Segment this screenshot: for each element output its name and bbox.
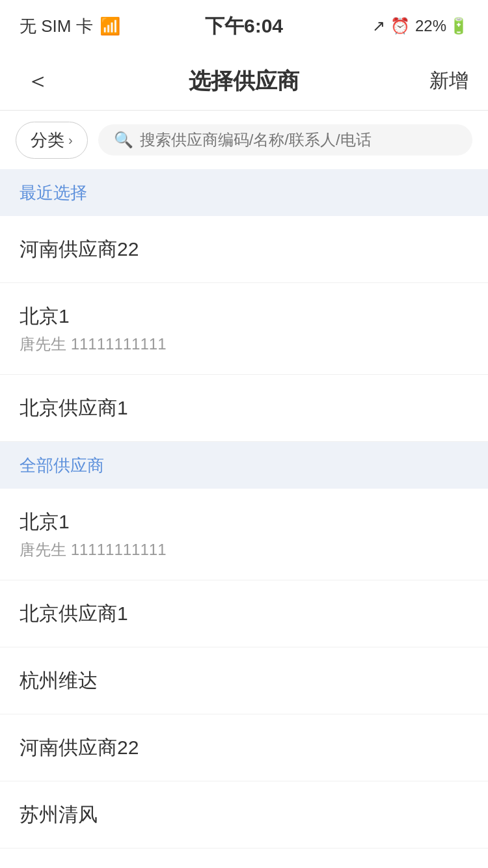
item-name: 北京供应商1 xyxy=(20,394,468,422)
filter-bar: 分类 › 🔍 xyxy=(0,111,488,169)
alarm-icon: ⏰ xyxy=(390,17,410,35)
search-box: 🔍 xyxy=(98,124,472,156)
list-item[interactable]: 河南供应商22 xyxy=(0,714,488,781)
status-right: ↗ ⏰ 22% 🔋 xyxy=(372,17,468,35)
search-icon: 🔍 xyxy=(114,131,133,149)
all-section-header: 全部供应商 xyxy=(0,442,488,489)
battery: 22% 🔋 xyxy=(415,17,468,35)
item-sub: 唐先生 11111111111 xyxy=(20,334,468,355)
location-icon: ↗ xyxy=(372,17,385,35)
status-time: 下午6:04 xyxy=(205,13,283,40)
nav-bar: ＜ 选择供应商 新增 xyxy=(0,52,488,111)
recent-section-header: 最近选择 xyxy=(0,169,488,216)
item-name: 苏州清风 xyxy=(20,801,468,828)
list-item[interactable]: 北京供应商1 xyxy=(0,375,488,442)
category-button[interactable]: 分类 › xyxy=(16,122,88,159)
wifi-icon: 📶 xyxy=(100,16,120,36)
all-section-label: 全部供应商 xyxy=(20,454,104,477)
item-name: 河南供应商22 xyxy=(20,734,468,761)
all-list: 北京1唐先生 11111111111北京供应商1杭州维达河南供应商22苏州清风 xyxy=(0,489,488,848)
page-title: 选择供应商 xyxy=(189,66,299,96)
item-sub: 唐先生 11111111111 xyxy=(20,539,468,560)
search-input[interactable] xyxy=(140,131,457,149)
carrier-label: 无 SIM 卡 xyxy=(20,15,93,38)
battery-icon: 🔋 xyxy=(449,17,468,35)
category-label: 分类 xyxy=(31,129,64,152)
list-item[interactable]: 北京1唐先生 11111111111 xyxy=(0,489,488,580)
recent-section-label: 最近选择 xyxy=(20,182,87,204)
list-item[interactable]: 北京1唐先生 11111111111 xyxy=(0,283,488,375)
list-item[interactable]: 苏州清风 xyxy=(0,781,488,848)
list-item[interactable]: 杭州维达 xyxy=(0,647,488,714)
status-bar: 无 SIM 卡 📶 下午6:04 ↗ ⏰ 22% 🔋 xyxy=(0,0,488,52)
item-name: 杭州维达 xyxy=(20,667,468,694)
item-name: 北京1 xyxy=(20,508,468,536)
list-item[interactable]: 北京供应商1 xyxy=(0,580,488,647)
list-item[interactable]: 河南供应商22 xyxy=(0,216,488,283)
status-left: 无 SIM 卡 📶 xyxy=(20,15,120,38)
item-name: 北京供应商1 xyxy=(20,600,468,627)
chevron-right-icon: › xyxy=(68,133,73,148)
battery-label: 22% xyxy=(415,17,446,35)
item-name: 北京1 xyxy=(20,303,468,330)
add-button[interactable]: 新增 xyxy=(429,68,468,94)
recent-list: 河南供应商22北京1唐先生 11111111111北京供应商1 xyxy=(0,216,488,442)
back-button[interactable]: ＜ xyxy=(20,59,56,103)
item-name: 河南供应商22 xyxy=(20,236,468,263)
